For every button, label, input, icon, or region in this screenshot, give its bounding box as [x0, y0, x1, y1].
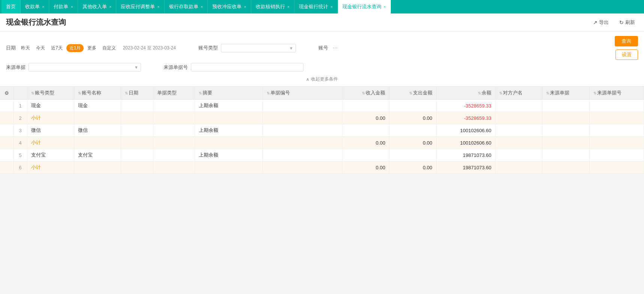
- refresh-button[interactable]: ↻ 刷新: [616, 18, 638, 27]
- th-expense[interactable]: ⇅支出金额: [389, 87, 436, 100]
- source-doc-select[interactable]: ▾: [29, 63, 141, 72]
- td-account-type: 小计: [27, 161, 74, 174]
- nav-item-bank-deposit[interactable]: 银行存取款单 ×: [165, 0, 208, 13]
- settings-button[interactable]: 设置: [615, 49, 638, 60]
- td-gear: [0, 149, 14, 161]
- td-summary: 上期余额: [195, 124, 263, 137]
- th-counterparty[interactable]: ⇅对方户名: [495, 87, 542, 100]
- nav-cash-flow-label: 现金银行流水查询: [342, 3, 381, 10]
- nav-item-cash-stats[interactable]: 现金银行统计 ×: [294, 0, 338, 13]
- td-index: 3: [14, 124, 27, 137]
- th-date[interactable]: ⇅日期: [121, 87, 153, 100]
- th-balance[interactable]: ⇅余额: [436, 87, 495, 100]
- nav-receipts-label: 收款单: [25, 3, 40, 10]
- table-row: 4 小计 0.00 0.00 100102606.60: [0, 137, 644, 149]
- td-index: 1: [14, 100, 27, 112]
- td-summary: [195, 137, 263, 149]
- query-button[interactable]: 查询: [615, 36, 638, 46]
- nav-receipts-close[interactable]: ×: [42, 4, 44, 9]
- td-doc-type: [153, 112, 195, 124]
- td-source-doc-no: [589, 137, 644, 149]
- date-btn-7days[interactable]: 近7天: [49, 44, 65, 52]
- source-doc-no-input[interactable]: [191, 63, 303, 72]
- date-btn-more[interactable]: 更多: [85, 44, 99, 52]
- nav-other-income-close[interactable]: ×: [109, 4, 111, 9]
- account-type-cell: 现金: [31, 103, 41, 108]
- th-account-name[interactable]: ⇅账号名称: [74, 87, 121, 100]
- account-type-cell: 微信: [31, 127, 41, 133]
- table-row: 1 现金 现金 上期余额 -3528659.33: [0, 100, 644, 112]
- td-source-doc-no: [589, 161, 644, 174]
- nav-payments-close[interactable]: ×: [71, 4, 73, 9]
- td-expense: [389, 149, 436, 161]
- account-label: 账号: [318, 45, 328, 51]
- td-expense: 0.00: [389, 112, 436, 124]
- td-summary: 上期余额: [195, 100, 263, 112]
- nav-item-other-income[interactable]: 其他收入单 ×: [78, 0, 116, 13]
- account-type-label: 账号类型: [198, 45, 218, 51]
- td-balance: 100102606.60: [436, 137, 495, 149]
- account-type-select[interactable]: ▾: [221, 44, 296, 52]
- td-expense: [389, 100, 436, 112]
- td-counterparty: [495, 161, 542, 174]
- subtotal-label: 小计: [31, 115, 41, 121]
- th-doc-no[interactable]: ⇅单据编号: [263, 87, 342, 100]
- table-header-row: ⚙ ⇅账号类型 ⇅账号名称 ⇅日期 单据类型 ⇅摘要 ⇅单据编号 ⇅收入金额 ⇅…: [0, 87, 644, 100]
- td-doc-type: [153, 137, 195, 149]
- th-summary[interactable]: ⇅摘要: [195, 87, 263, 100]
- refresh-label: 刷新: [625, 19, 635, 26]
- th-source-doc-no[interactable]: ⇅来源单据号: [589, 87, 644, 100]
- collapse-bar[interactable]: ∧ 收起更多条件: [6, 75, 638, 83]
- nav-advance-close[interactable]: ×: [244, 4, 246, 9]
- nav-home[interactable]: 首页: [2, 0, 21, 13]
- nav-cash-flow-close[interactable]: ×: [384, 4, 386, 9]
- nav-item-cash-flow[interactable]: 现金银行流水查询 ×: [338, 0, 391, 13]
- date-btn-1month[interactable]: 近1月: [66, 44, 84, 52]
- subtotal-label: 小计: [31, 140, 41, 145]
- date-btn-yesterday[interactable]: 昨天: [19, 44, 32, 52]
- td-gear: [0, 161, 14, 174]
- td-counterparty: [495, 124, 542, 137]
- td-counterparty: [495, 100, 542, 112]
- td-balance: 19871073.60: [436, 161, 495, 174]
- account-filter-group: 账号 ···: [318, 45, 339, 51]
- data-table: ⚙ ⇅账号类型 ⇅账号名称 ⇅日期 单据类型 ⇅摘要 ⇅单据编号 ⇅收入金额 ⇅…: [0, 87, 644, 174]
- nav-cash-stats-close[interactable]: ×: [330, 4, 333, 9]
- table-container: ⚙ ⇅账号类型 ⇅账号名称 ⇅日期 单据类型 ⇅摘要 ⇅单据编号 ⇅收入金额 ⇅…: [0, 87, 644, 174]
- date-btn-today[interactable]: 今天: [34, 44, 47, 52]
- td-account-type: 小计: [27, 112, 74, 124]
- td-income: 0.00: [342, 112, 389, 124]
- nav-item-collection[interactable]: 收款核销执行 ×: [251, 0, 294, 13]
- td-date: [121, 137, 153, 149]
- nav-adjustment-close[interactable]: ×: [157, 4, 159, 9]
- nav-adjustment-label: 应收应付调整单: [121, 3, 155, 10]
- td-counterparty: [495, 137, 542, 149]
- td-account-type: 现金: [27, 100, 74, 112]
- nav-item-adjustment[interactable]: 应收应付调整单 ×: [116, 0, 164, 13]
- th-source-doc[interactable]: ⇅来源单据: [542, 87, 589, 100]
- nav-collection-close[interactable]: ×: [287, 4, 290, 9]
- nav-item-advance[interactable]: 预收冲应收单 ×: [208, 0, 251, 13]
- nav-item-receipts[interactable]: 收款单 ×: [21, 0, 49, 13]
- right-query-actions: 查询 设置: [615, 36, 638, 60]
- th-account-type[interactable]: ⇅账号类型: [27, 87, 74, 100]
- nav-bank-deposit-close[interactable]: ×: [201, 4, 203, 9]
- filter-area: 日期 昨天 今天 近7天 近1月 更多 自定义 2023-02-24 至 202…: [0, 31, 644, 87]
- td-doc-no: [263, 100, 342, 112]
- export-button[interactable]: ↗ 导出: [590, 18, 612, 27]
- td-balance: 19871073.60: [436, 149, 495, 161]
- source-doc-no-filter-group: 来源单据号: [164, 63, 303, 72]
- source-doc-filter-group: 来源单据 ▾: [6, 63, 141, 72]
- th-income[interactable]: ⇅收入金额: [342, 87, 389, 100]
- td-income: [342, 124, 389, 137]
- nav-collection-label: 收款核销执行: [256, 3, 285, 10]
- th-gear[interactable]: ⚙: [0, 87, 14, 100]
- td-index: 6: [14, 161, 27, 174]
- td-source-doc-no: [589, 124, 644, 137]
- td-summary: 上期余额: [195, 149, 263, 161]
- account-ellipsis-btn[interactable]: ···: [331, 45, 339, 51]
- subtotal-label: 小计: [31, 164, 41, 170]
- nav-item-payments[interactable]: 付款单 ×: [49, 0, 78, 13]
- td-account-name: 微信: [74, 124, 121, 137]
- date-btn-custom[interactable]: 自定义: [100, 44, 118, 52]
